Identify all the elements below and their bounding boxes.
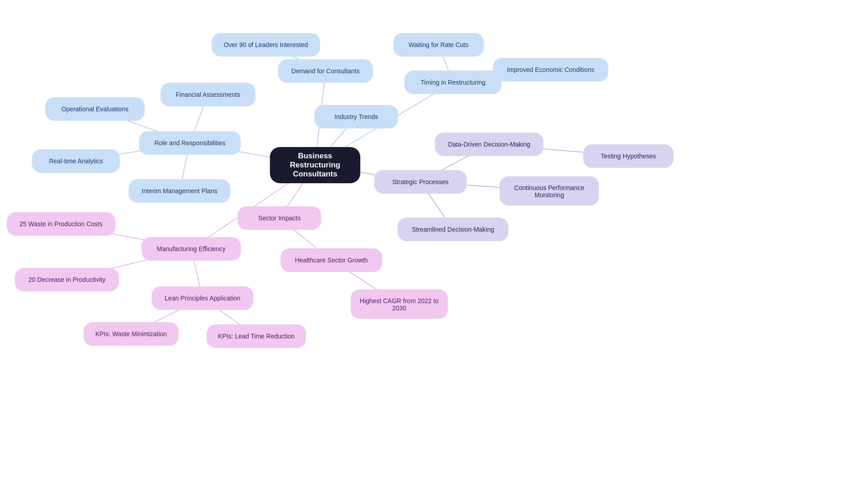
node-lean[interactable]: Lean Principles Application [152,286,254,310]
node-over90[interactable]: Over 90 of Leaders Interested [212,33,320,57]
node-realtime[interactable]: Real-time Analytics [32,149,120,173]
node-improved[interactable]: Improved Economic Conditions [493,58,609,81]
node-streamlined[interactable]: Streamlined Decision-Making [398,218,509,241]
node-kpiwaste[interactable]: KPIs: Waste Minimization [84,322,179,346]
node-sector[interactable]: Sector Impacts [238,206,321,230]
node-timing[interactable]: Timing in Restructuring [405,71,502,94]
center-node[interactable]: Business Restructuring Consultants [270,147,360,183]
node-industry[interactable]: Industry Trends [315,105,398,128]
node-kpilead[interactable]: KPIs: Lead Time Reduction [207,324,306,348]
node-role[interactable]: Role and Responsibilities [139,131,241,155]
node-healthcare[interactable]: Healthcare Sector Growth [281,248,382,272]
node-demand[interactable]: Demand for Consultants [278,59,373,83]
node-waiting[interactable]: Waiting for Rate Cuts [393,33,484,57]
node-continuous[interactable]: Continuous Performance Monitoring [500,176,599,206]
node-waste25[interactable]: 25 Waste in Production Costs [7,212,115,236]
node-operational[interactable]: Operational Evaluations [45,97,145,121]
node-interim[interactable]: Interim Management Plans [129,179,231,203]
node-financial[interactable]: Financial Assessments [160,83,255,106]
node-decrease20[interactable]: 20 Decrease in Productivity [15,268,119,291]
node-strategic[interactable]: Strategic Processes [374,170,467,194]
node-datadriven[interactable]: Data-Driven Decision-Making [435,133,543,156]
node-testing[interactable]: Testing Hypotheses [583,144,674,168]
node-manufacturing[interactable]: Manufacturing Efficiency [142,237,241,261]
mind-map: Business Restructuring ConsultantsOver 9… [0,0,868,490]
node-highestcagr[interactable]: Highest CAGR from 2022 to 2030 [351,290,448,319]
